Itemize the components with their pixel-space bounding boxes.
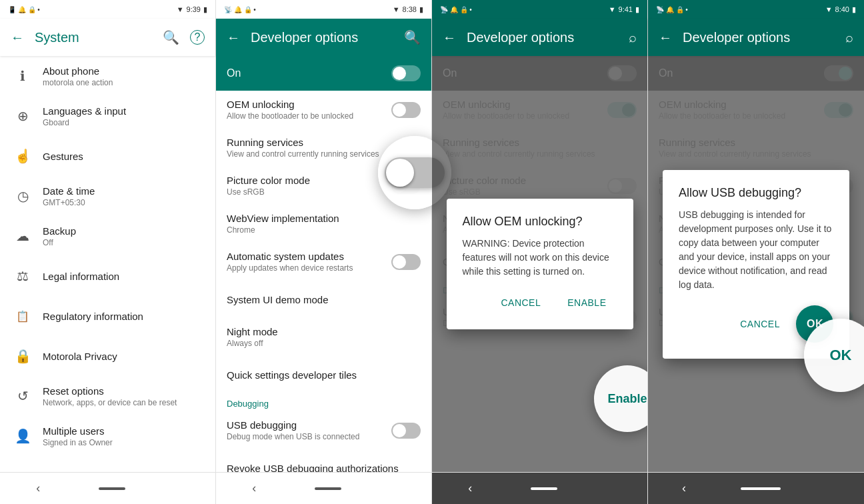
settings-item-about-phone[interactable]: ℹ About phone motorola one action [0, 56, 215, 96]
status-right-p2: ▼ 8:38 ▮ [393, 5, 423, 14]
reset-icon: ↺ [11, 384, 35, 408]
dev-subtitle-autoupdates: Apply updates when device restarts [227, 263, 391, 273]
notification-icons-p3: 📡 🔔 🔒 • [440, 6, 472, 13]
app-title-p2: Developer options [251, 30, 393, 45]
dialog-cancel-oem[interactable]: Cancel [490, 292, 551, 313]
app-bar-p3: ← Developer options ⌕ [432, 19, 647, 56]
nav-back-p1[interactable]: ‹ [23, 476, 53, 501]
dev-subtitle-oem: Allow the bootloader to be unlocked [227, 111, 391, 121]
clock-icon: ◷ [11, 184, 35, 208]
battery-icon-p1: ▮ [203, 5, 207, 14]
settings-item-motorola-privacy[interactable]: 🔒 Motorola Privacy [0, 336, 215, 376]
nav-back-p2[interactable]: ‹ [239, 476, 269, 501]
dev-item-webview[interactable]: WebView implementation Chrome [216, 205, 431, 243]
dialog-cancel-usb[interactable]: Cancel [729, 305, 791, 343]
dev-item-revoke-usb[interactable]: Revoke USB debugging authorizations [216, 449, 431, 472]
dev-title-picture: Picture color mode [227, 175, 391, 186]
search-icon-p3[interactable]: ⌕ [629, 30, 637, 45]
app-bar-p2: ← Developer options 🔍 [216, 19, 431, 56]
search-icon-p1[interactable]: 🔍 [163, 29, 179, 45]
status-bar-p2: 📡 🔔 🔒 • ▼ 8:38 ▮ [216, 0, 431, 19]
time-p4: 8:40 [835, 5, 849, 13]
on-toggle-p2[interactable] [391, 65, 421, 81]
regulatory-icon: 📋 [11, 304, 35, 328]
settings-item-datetime[interactable]: ◷ Date & time GMT+05:30 [0, 176, 215, 216]
nav-indicator-p2 [315, 487, 341, 490]
globe-icon: ⊕ [11, 104, 35, 128]
status-bar-p1: 📱 🔔 🔒 • ▼ 9:39 ▮ [0, 0, 215, 19]
backup-icon: ☁ [11, 224, 35, 248]
dialog-enable-oem[interactable]: Enable [557, 292, 617, 313]
item-subtitle-datetime: GMT+05:30 [43, 198, 205, 207]
app-title-p1: System [35, 30, 152, 45]
enable-btn-magnified: Enable [594, 365, 647, 432]
status-left-p1: 📱 🔔 🔒 • [8, 6, 40, 13]
nav-back-p3[interactable]: ‹ [455, 476, 485, 501]
dev-item-quick-settings[interactable]: Quick settings developer tiles [216, 356, 431, 393]
settings-item-reset[interactable]: ↺ Reset options Network, apps, or device… [0, 376, 215, 416]
settings-item-regulatory[interactable]: 📋 Regulatory information [0, 296, 215, 336]
toggle-oem-p2[interactable] [391, 102, 421, 118]
toggle-autoupdates-p2[interactable] [391, 254, 421, 270]
dev-subtitle-usb: Debug mode when USB is connected [227, 432, 391, 441]
settings-list-p1: ℹ About phone motorola one action ⊕ Lang… [0, 56, 215, 472]
back-icon-p1[interactable]: ← [11, 30, 24, 45]
dev-subtitle-picture: Use sRGB [227, 187, 391, 197]
settings-item-backup[interactable]: ☁ Backup Off [0, 216, 215, 256]
settings-item-languages[interactable]: ⊕ Languages & input Gboard [0, 96, 215, 136]
settings-item-developer[interactable]: {} Developer options [0, 456, 215, 472]
nav-bar-p1: ‹ [0, 472, 215, 504]
info-icon: ℹ [11, 64, 35, 88]
panel-usb-dialog: 📡 🔔 🔒 • ▼ 8:40 ▮ ← Developer options ⌕ O… [648, 0, 864, 504]
search-icon-p2[interactable]: 🔍 [404, 29, 421, 45]
back-icon-p2[interactable]: ← [227, 30, 240, 45]
back-icon-p3[interactable]: ← [443, 30, 456, 45]
dialog-overlay-p3: Allow OEM unlocking? WARNING: Device pro… [432, 56, 647, 472]
enable-btn-magnified-label: Enable [607, 392, 647, 406]
on-label-p2: On [227, 67, 241, 79]
help-icon-p1[interactable]: ? [190, 30, 205, 45]
app-title-p3: Developer options [467, 30, 618, 45]
notification-icons-p4: 📡 🔔 🔒 • [656, 6, 688, 13]
dev-title-night: Night mode [227, 326, 421, 337]
settings-item-legal[interactable]: ⚖ Legal information [0, 256, 215, 296]
dev-item-oem-unlocking[interactable]: OEM unlocking Allow the bootloader to be… [216, 91, 431, 129]
panel4-content: On OEM unlocking Allow the bootloader to… [648, 56, 864, 472]
dev-item-usb-debugging[interactable]: USB debugging Debug mode when USB is con… [216, 411, 431, 449]
dialog-actions-oem: Cancel Enable [463, 292, 617, 313]
privacy-icon: 🔒 [11, 344, 35, 368]
toggle-thumb-p2 [393, 67, 406, 80]
nav-bar-p4: ‹ [648, 472, 864, 504]
notification-icons-p1: 📱 🔔 🔒 • [8, 6, 40, 13]
item-title-regulatory: Regulatory information [43, 311, 205, 322]
back-icon-p4[interactable]: ← [659, 30, 672, 45]
dev-title-quicksettings: Quick settings developer tiles [227, 369, 421, 381]
app-bar-p1: ← System 🔍 ? [0, 19, 215, 56]
battery-icon-p2: ▮ [419, 5, 423, 14]
dialog-body-usb: USB debugging is intended for developmen… [679, 208, 833, 292]
dialog-overlay-p4: Allow USB debugging? USB debugging is in… [648, 56, 864, 472]
settings-item-multiple-users[interactable]: 👤 Multiple users Signed in as Owner [0, 416, 215, 456]
dev-title-webview: WebView implementation [227, 213, 421, 224]
item-title-about: About phone [43, 65, 205, 77]
dev-item-night-mode[interactable]: Night mode Always off [216, 318, 431, 356]
dev-item-auto-updates[interactable]: Automatic system updates Apply updates w… [216, 243, 431, 281]
dialog-body-oem: WARNING: Device protection features will… [463, 237, 617, 279]
battery-icon-p4: ▮ [852, 5, 856, 14]
settings-item-gestures[interactable]: ☝ Gestures [0, 136, 215, 176]
dev-title-demo: System UI demo mode [227, 294, 421, 305]
item-subtitle-users: Signed in as Owner [43, 438, 205, 447]
item-title-gestures: Gestures [43, 151, 205, 162]
status-left-p2: 📡 🔔 🔒 • [224, 6, 256, 13]
toggle-usb-p2[interactable] [391, 423, 421, 439]
dialog-title-oem: Allow OEM unlocking? [463, 215, 617, 229]
dev-item-system-ui-demo[interactable]: System UI demo mode [216, 281, 431, 318]
item-subtitle-reset: Network, apps, or device can be reset [43, 398, 205, 407]
item-title-backup: Backup [43, 225, 205, 237]
item-title-developer: Developer options [43, 471, 205, 473]
on-header-p2[interactable]: On [216, 56, 431, 91]
search-icon-p4[interactable]: ⌕ [845, 30, 853, 45]
nav-back-p4[interactable]: ‹ [669, 476, 699, 501]
nav-indicator-p4 [741, 487, 781, 490]
item-subtitle-backup: Off [43, 238, 205, 247]
